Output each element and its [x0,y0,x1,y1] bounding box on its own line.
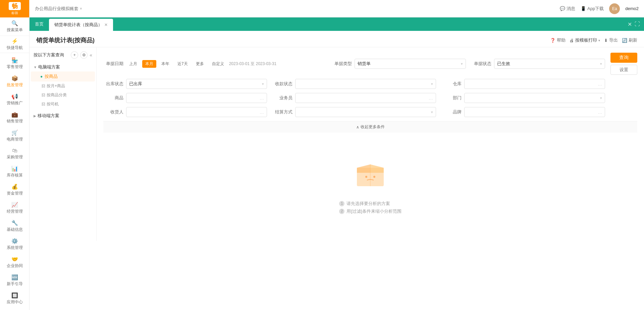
svg-marker-1 [357,164,370,173]
dept-arrow-icon: ▾ [600,96,602,100]
phone-icon: 📱 [581,6,586,11]
dept-select[interactable]: ▾ [464,93,605,103]
empty-hint-2: 2 用[过滤]条件来缩小分析范围 [339,207,401,215]
sidebar: 畅 标筛 🔍 搜索菜单 ⚡ 快捷导航 🏪 零售管理 📦 批发管理 📢 营销推广 … [0,0,30,310]
order-type-arrow-icon: ▾ [461,62,463,66]
filter-group-mobile-header[interactable]: ▶ 移动端方案 [30,111,96,120]
collect-status-arrow-icon: ▾ [431,82,433,86]
date-tag-7days[interactable]: 近7天 [174,60,191,68]
sidebar-item-apps[interactable]: 🔲 应用中心 [0,290,29,308]
export-action[interactable]: ⬇ 导出 [604,37,618,43]
receiver-select[interactable]: … [126,107,267,117]
tab-expand-icon[interactable]: ⛶ [635,21,640,27]
dept-label: 部门 [441,95,462,101]
order-status-select[interactable]: 已生效 ▾ [494,59,605,69]
basic-icon: 🔧 [11,220,18,226]
brand-select[interactable]: … [464,107,605,117]
goods-label: 商品 [103,95,123,101]
filter-item-by-month-goods[interactable]: 囧 按月+商品 [30,82,96,91]
order-status-label: 单据状态 [471,61,491,67]
system-label: 系统管理 [7,245,23,251]
sidebar-item-basic[interactable]: 🔧 基础信息 [0,217,29,235]
sidebar-menu: 🏪 零售管理 📦 批发管理 📢 营销推广 💼 销售管理 🛒 电商管理 🛍 采购管… [0,53,29,310]
sidebar-logo[interactable]: 畅 标筛 [0,0,29,17]
filter-add-btn[interactable]: + [71,51,78,59]
print-label: 按模板打印 [575,37,597,43]
sidebar-item-ecommerce[interactable]: 🛒 电商管理 [0,127,29,145]
warehouse-dots-icon[interactable]: … [598,82,602,87]
receiver-dots-icon[interactable]: … [260,110,264,115]
sidebar-item-guide[interactable]: 🆕 新手引导 [0,271,29,290]
sales-icon: 💼 [11,111,18,118]
sidebar-item-marketing[interactable]: 📢 营销推广 [0,91,29,109]
query-row-3: 商品 … 业务员 … [103,93,637,103]
guide-label: 新手引导 [7,281,23,287]
filter-group-pc-header[interactable]: ▼ 电脑端方案 [30,63,96,71]
filter-group-pc-label: 电脑端方案 [38,64,60,70]
wholesale-icon: 📦 [11,75,18,82]
filter-settings-btn[interactable]: ⚙ [80,51,88,59]
date-label: 单据日期 [103,61,123,67]
avatar[interactable]: Ea [609,3,620,14]
filter-item-by-category[interactable]: 囧 按商品分类 [30,91,96,100]
date-tag-last-month[interactable]: 上月 [126,60,140,68]
print-action[interactable]: 🖨 按模板打印 ▾ [570,37,600,43]
receiver-label: 收货人 [103,109,123,115]
sidebar-item-cooperation[interactable]: 🤝 企业协同 [0,253,29,271]
filter-item-by-driver[interactable]: 囧 按司机 [30,100,96,109]
tab-close-window-icon[interactable]: ✕ [628,21,632,28]
sidebar-item-wechat[interactable]: 💬 企业微信 [0,308,29,310]
refresh-action[interactable]: 🔄 刷新 [622,37,637,43]
tab-sales-stats[interactable]: 销货单统计表（按商品） ✕ [49,19,113,31]
tab-close-icon[interactable]: ✕ [104,22,108,27]
brand-dots-icon[interactable]: … [598,110,602,115]
collapse-bar[interactable]: ∧ 收起更多条件 [103,121,637,133]
system-icon: ⚙️ [11,238,18,244]
sidebar-item-system[interactable]: ⚙️ 系统管理 [0,235,29,253]
ecommerce-label: 电商管理 [7,137,23,142]
help-action[interactable]: ❓ 帮助 [550,37,566,43]
set-button[interactable]: 设置 [610,65,637,75]
sidebar-quick-nav[interactable]: ⚡ 快捷导航 [0,36,29,53]
date-tag-custom[interactable]: 自定义 [209,60,227,68]
sidebar-item-wholesale[interactable]: 📦 批发管理 [0,72,29,91]
topbar: 办公用品行业模拟账套 ▾ 💬 消息 📱 App下载 Ea demo2 [30,0,644,17]
sidebar-item-retail[interactable]: 🏪 零售管理 [0,54,29,72]
staff-dots-icon[interactable]: … [429,96,433,101]
app-download-action[interactable]: 📱 App下载 [581,6,604,12]
apps-icon: 🔲 [11,292,18,299]
staff-select[interactable]: … [295,93,436,103]
goods-dots-icon[interactable]: … [260,96,264,101]
filter-sub-driver-icon: 囧 [42,102,45,107]
sidebar-search[interactable]: 🔍 搜索菜单 [0,17,29,36]
sidebar-item-finance[interactable]: 💰 资金管理 [0,181,29,199]
sidebar-item-inventory[interactable]: 📊 库存核算 [0,163,29,181]
order-type-select[interactable]: 销货单 ▾ [355,59,466,69]
logo-text: 标筛 [11,11,18,15]
warehouse-select[interactable]: … [464,79,605,89]
staff-label: 业务员 [272,95,292,101]
filter-collapse-btn[interactable]: « [90,52,92,58]
goods-select[interactable]: … [126,93,267,103]
date-tag-this-year[interactable]: 本年 [158,60,172,68]
settle-select[interactable]: ▾ [295,107,436,117]
search-icon: 🔍 [11,20,18,27]
filter-item-by-goods[interactable]: ● 按商品 [31,71,95,82]
empty-hint-2-text: 用[过滤]条件来缩小分析范围 [346,207,401,215]
date-tag-more[interactable]: 更多 [193,60,207,68]
sidebar-item-sales[interactable]: 💼 销售管理 [0,109,29,127]
sidebar-item-operations[interactable]: 📈 经营管理 [0,199,29,217]
date-tag-this-month[interactable]: 本月 [142,60,156,68]
out-status-select[interactable]: 已出库 ▾ [126,79,267,89]
app-download-label: App下载 [587,6,604,12]
nav-label: 快捷导航 [7,45,23,51]
settle-label: 结算方式 [272,109,292,115]
topbar-actions: 💬 消息 📱 App下载 Ea demo2 [560,3,639,14]
tab-home[interactable]: 首页 [30,17,49,31]
query-button[interactable]: 查询 [610,53,637,63]
sidebar-item-purchase[interactable]: 🛍 采购管理 [0,145,29,163]
message-action[interactable]: 💬 消息 [560,6,575,12]
collect-status-select[interactable]: ▾ [295,79,436,89]
settle-arrow-icon: ▾ [431,110,433,114]
username[interactable]: demo2 [625,6,639,11]
